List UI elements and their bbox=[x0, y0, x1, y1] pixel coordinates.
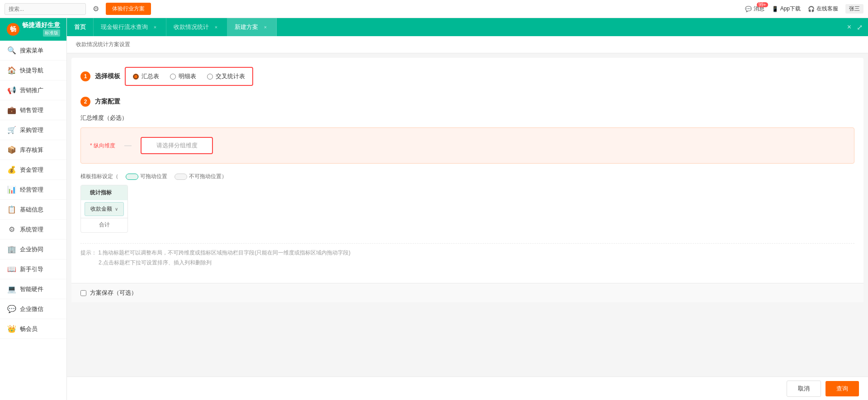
indicator-tag-label: 收款金额 bbox=[90, 205, 112, 213]
radio-detail-input[interactable] bbox=[170, 74, 176, 80]
dim-grid: * 纵向维度 — 请选择分组维度 bbox=[80, 127, 854, 164]
dim-section: 汇总维度（必选） * 纵向维度 — 请选择分组维度 bbox=[80, 114, 854, 164]
breadcrumb: 收款情况统计方案设置 bbox=[67, 36, 868, 53]
radio-summary-label[interactable]: 汇总表 bbox=[142, 72, 159, 80]
tab-home[interactable]: 首页 bbox=[67, 18, 94, 36]
tab-home-label: 首页 bbox=[74, 23, 86, 31]
radio-cross[interactable]: 交叉统计表 bbox=[207, 72, 245, 80]
radio-cross-label[interactable]: 交叉统计表 bbox=[216, 72, 245, 80]
step1-badge: 1 bbox=[80, 71, 90, 81]
dropdown-icon: ∨ bbox=[115, 207, 118, 212]
indicator-footer: 合计 bbox=[81, 218, 127, 232]
step1-title: 选择模板 bbox=[95, 72, 120, 80]
sidebar-label: 新手引导 bbox=[20, 265, 43, 273]
radio-detail[interactable]: 明细表 bbox=[170, 72, 196, 80]
message-badge: 99+ bbox=[757, 2, 768, 7]
tab-new-plan-close[interactable]: × bbox=[262, 24, 269, 31]
logo-icon: 畅 bbox=[7, 23, 19, 36]
tab-expand-icon[interactable]: ⤢ bbox=[856, 22, 863, 33]
sidebar-label: 系统管理 bbox=[20, 226, 43, 234]
step2-badge: 2 bbox=[80, 97, 90, 107]
header-left: ⚙ 体验行业方案 bbox=[5, 3, 745, 15]
sidebar-item-purchase[interactable]: 🛒 采购管理 bbox=[0, 120, 66, 140]
hardware-icon: 💻 bbox=[7, 285, 16, 293]
tab-cashflow-close[interactable]: × bbox=[151, 24, 159, 31]
tab-cashflow-label: 现金银行流水查询 bbox=[101, 23, 148, 31]
search-icon: 🔍 bbox=[7, 46, 16, 55]
sidebar-label: 采购管理 bbox=[20, 126, 43, 134]
sidebar-item-enterprise[interactable]: 🏢 企业协同 bbox=[0, 240, 66, 259]
industry-btn[interactable]: 体验行业方案 bbox=[106, 3, 151, 15]
member-icon: 👑 bbox=[7, 325, 16, 333]
sales-icon: 💼 bbox=[7, 106, 16, 114]
tab-close-all-icon[interactable]: × bbox=[846, 22, 852, 32]
sidebar-item-sales[interactable]: 💼 销售管理 bbox=[0, 100, 66, 120]
edition-badge: 标准版 bbox=[43, 29, 60, 37]
step1-section: 1 选择模板 汇总表 明细表 bbox=[80, 67, 854, 86]
radio-summary-input[interactable] bbox=[133, 74, 139, 80]
save-option: 方案保存（可选） bbox=[71, 283, 863, 302]
sidebar-item-member[interactable]: 👑 畅会员 bbox=[0, 319, 66, 339]
sidebar-label: 资金管理 bbox=[20, 166, 43, 174]
sidebar-item-finance[interactable]: 💰 资金管理 bbox=[0, 160, 66, 180]
cancel-button[interactable]: 取消 bbox=[787, 381, 821, 397]
draggable-hint-box bbox=[126, 174, 138, 180]
tab-receipt-close[interactable]: × bbox=[212, 24, 220, 31]
dim-arrow-icon: — bbox=[124, 141, 132, 150]
download-btn[interactable]: 📱 App下载 bbox=[772, 5, 801, 13]
bottom-bar: 取消 查询 bbox=[67, 376, 868, 400]
sidebar-logo: 畅 畅捷通好生意 标准版 bbox=[0, 18, 66, 41]
sidebar-label: 库存核算 bbox=[20, 146, 43, 154]
header-right: 💬 消息 99+ 📱 App下载 🎧 在线客服 张三 bbox=[745, 4, 863, 14]
sidebar-label: 企业协同 bbox=[20, 245, 43, 254]
gear-icon[interactable]: ⚙ bbox=[90, 3, 102, 15]
indicator-table-header: 统计指标 bbox=[81, 185, 127, 200]
sidebar-label: 销售管理 bbox=[20, 106, 43, 114]
basic-info-icon: 📋 bbox=[7, 205, 16, 214]
indicator-hint: 模板指标设定（ 可拖动位置 不可拖动位置） bbox=[80, 173, 854, 180]
sidebar-item-operations[interactable]: 📊 经营管理 bbox=[0, 180, 66, 200]
sidebar-item-guide[interactable]: 📖 新手引导 bbox=[0, 259, 66, 279]
service-btn[interactable]: 🎧 在线客服 bbox=[808, 5, 838, 13]
sidebar-item-system[interactable]: ⚙ 系统管理 bbox=[0, 220, 66, 240]
confirm-button[interactable]: 查询 bbox=[826, 381, 859, 396]
sidebar-label: 营销推广 bbox=[20, 86, 43, 94]
tab-new-plan[interactable]: 新建方案 × bbox=[227, 18, 277, 36]
service-label: 在线客服 bbox=[816, 5, 838, 13]
tab-cashflow[interactable]: 现金银行流水查询 × bbox=[94, 18, 166, 36]
inventory-icon: 📦 bbox=[7, 146, 16, 154]
sidebar-item-quicknav[interactable]: 🏠 快捷导航 bbox=[0, 61, 66, 80]
save-checkbox[interactable] bbox=[80, 290, 86, 296]
page-content: 收款情况统计方案设置 1 选择模板 汇总表 bbox=[67, 36, 868, 400]
radio-cross-input[interactable] bbox=[207, 74, 213, 80]
radio-summary[interactable]: 汇总表 bbox=[133, 72, 159, 80]
indicator-hint-prefix: 模板指标设定（ bbox=[80, 173, 118, 180]
sidebar-item-inventory[interactable]: 📦 库存核算 bbox=[0, 140, 66, 160]
sidebar-label: 基础信息 bbox=[20, 206, 43, 214]
step2-header: 2 方案配置 bbox=[80, 97, 854, 107]
message-btn[interactable]: 💬 消息 99+ bbox=[745, 5, 764, 13]
tab-receipt-label: 收款情况统计 bbox=[174, 23, 209, 31]
sidebar-item-marketing[interactable]: 📢 营销推广 bbox=[0, 80, 66, 100]
indicator-tag-amount[interactable]: 收款金额 ∨ bbox=[85, 202, 124, 216]
marketing-icon: 📢 bbox=[7, 86, 16, 94]
sidebar-item-wechat[interactable]: 💬 企业微信 bbox=[0, 299, 66, 319]
sidebar-label: 快捷导航 bbox=[20, 66, 43, 75]
system-icon: ⚙ bbox=[7, 225, 16, 234]
save-label[interactable]: 方案保存（可选） bbox=[90, 289, 137, 297]
dim-select-box[interactable]: 请选择分组维度 bbox=[141, 137, 213, 154]
sidebar-item-basic-info[interactable]: 📋 基础信息 bbox=[0, 200, 66, 220]
step2-title: 方案配置 bbox=[95, 98, 120, 106]
operations-icon: 📊 bbox=[7, 185, 16, 194]
tab-receipt[interactable]: 收款情况统计 × bbox=[166, 18, 227, 36]
sidebar-item-search[interactable]: 🔍 搜索菜单 bbox=[0, 41, 66, 61]
tip-2: 2.点击标题栏下拉可设置排序、插入列和删除列 bbox=[80, 258, 854, 268]
username-display: 张三 bbox=[845, 4, 863, 14]
search-input[interactable] bbox=[5, 3, 86, 15]
radio-detail-label[interactable]: 明细表 bbox=[179, 72, 196, 80]
tab-bar-actions: × ⤢ bbox=[842, 18, 868, 36]
indicator-table: 统计指标 收款金额 ∨ 合计 bbox=[80, 185, 128, 233]
message-icon: 💬 bbox=[745, 6, 752, 12]
tab-bar: 首页 现金银行流水查询 × 收款情况统计 × 新建方案 × × ⤢ bbox=[67, 18, 868, 36]
sidebar-item-hardware[interactable]: 💻 智能硬件 bbox=[0, 279, 66, 299]
